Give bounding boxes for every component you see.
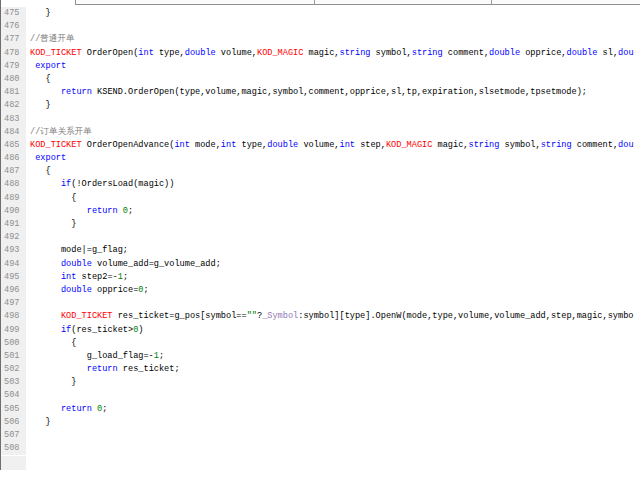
code-line[interactable] xyxy=(26,389,640,402)
code-token: ; xyxy=(159,351,164,361)
code-token: return xyxy=(61,404,92,414)
code-token: ; xyxy=(102,404,107,414)
code-line[interactable]: { xyxy=(26,73,640,86)
code-line[interactable]: KOD_TICKET OrderOpenAdvance(int mode,int… xyxy=(26,139,640,152)
line-number: 495 xyxy=(1,271,26,284)
code-token: //普通开单 xyxy=(30,34,75,44)
code-token: export xyxy=(35,61,66,71)
code-token: KSEND.OrderOpen(type,volume,magic,symbol… xyxy=(92,87,587,97)
code-line[interactable]: return 0; xyxy=(26,403,640,416)
code-token: OrderOpenAdvance( xyxy=(82,140,175,150)
line-number: 489 xyxy=(1,192,26,205)
code-token: volume, xyxy=(298,140,339,150)
code-token: "" xyxy=(247,311,257,321)
code-row: 482 } xyxy=(1,99,640,112)
code-token xyxy=(30,179,61,189)
code-line[interactable] xyxy=(26,20,640,33)
code-line[interactable] xyxy=(26,429,640,442)
code-token: if xyxy=(61,179,71,189)
code-token: (res_ticket> xyxy=(71,325,133,335)
code-token: res_ticket; xyxy=(118,364,180,374)
code-token xyxy=(30,272,61,282)
code-line[interactable]: //订单关系开单 xyxy=(26,126,640,139)
code-line[interactable]: KOD_TICKET res_ticket=g_pos[symbol==""?_… xyxy=(26,310,640,323)
code-line[interactable] xyxy=(26,231,640,244)
code-token: export xyxy=(35,153,66,163)
code-row: 505 return 0; xyxy=(1,403,640,416)
code-line[interactable]: export xyxy=(26,60,640,73)
line-number: 493 xyxy=(1,244,26,257)
code-line[interactable]: mode|=g_flag; xyxy=(26,244,640,257)
code-token: if xyxy=(61,325,71,335)
code-row: 497 xyxy=(1,297,640,310)
code-line[interactable]: { xyxy=(26,192,640,205)
code-token: opprice= xyxy=(92,285,138,295)
code-token: double xyxy=(267,140,298,150)
code-line[interactable]: return KSEND.OrderOpen(type,volume,magic… xyxy=(26,86,640,99)
code-token: string xyxy=(468,140,499,150)
code-token: comment, xyxy=(572,140,618,150)
code-row: 506 } xyxy=(1,416,640,429)
code-token: string xyxy=(541,140,572,150)
code-token: magic, xyxy=(432,140,468,150)
code-token: KOD_TICKET xyxy=(61,311,113,321)
code-token: return xyxy=(61,87,92,97)
code-row: 507 xyxy=(1,429,640,442)
code-token: string xyxy=(412,48,443,58)
code-line[interactable]: double volume_add=g_volume_add; xyxy=(26,258,640,271)
code-row: 493 mode|=g_flag; xyxy=(1,244,640,257)
code-line[interactable]: g_load_flag=-1; xyxy=(26,350,640,363)
code-line[interactable]: if(!OrdersLoad(magic)) xyxy=(26,178,640,191)
line-number: 478 xyxy=(1,47,26,60)
code-line[interactable]: int step2=-1; xyxy=(26,271,640,284)
code-line[interactable]: return 0; xyxy=(26,205,640,218)
code-line[interactable]: if(res_ticket>0) xyxy=(26,324,640,337)
code-token: return xyxy=(87,206,118,216)
tab-separator xyxy=(314,0,315,5)
code-token: { xyxy=(30,338,76,348)
code-line[interactable]: double opprice=0; xyxy=(26,284,640,297)
code-token xyxy=(30,364,87,374)
code-line[interactable]: } xyxy=(26,416,640,429)
line-number: 477 xyxy=(1,33,26,46)
code-line[interactable]: } xyxy=(26,376,640,389)
code-token: dou xyxy=(618,48,633,58)
code-token: double xyxy=(61,259,92,269)
code-token: OrderOpen( xyxy=(82,48,139,58)
code-line[interactable]: { xyxy=(26,165,640,178)
code-row: 479 export xyxy=(1,60,640,73)
line-number: 480 xyxy=(1,73,26,86)
gutter-extension xyxy=(1,456,26,470)
code-line[interactable]: export xyxy=(26,152,640,165)
code-token: } xyxy=(30,8,51,18)
line-number: 494 xyxy=(1,258,26,271)
code-line[interactable]: } xyxy=(26,7,640,20)
code-row: 477//普通开单 xyxy=(1,33,640,46)
code-token: { xyxy=(30,166,51,176)
code-token: } xyxy=(30,417,51,427)
code-line[interactable]: } xyxy=(26,218,640,231)
code-token: volume, xyxy=(216,48,257,58)
tab-bar-remnant[interactable] xyxy=(75,0,640,5)
code-line[interactable]: } xyxy=(26,99,640,112)
code-row: 489 { xyxy=(1,192,640,205)
code-line[interactable] xyxy=(26,297,640,310)
code-token xyxy=(30,325,61,335)
line-number: 505 xyxy=(1,403,26,416)
code-token: :symbol][type].OpenW(mode,type,volume,vo… xyxy=(298,311,633,321)
code-line[interactable]: KOD_TICKET OrderOpen(int type,double vol… xyxy=(26,47,640,60)
code-line[interactable]: { xyxy=(26,337,640,350)
code-token xyxy=(30,285,61,295)
code-row: 492 xyxy=(1,231,640,244)
code-line[interactable] xyxy=(26,113,640,126)
code-row: 500 { xyxy=(1,337,640,350)
line-number: 487 xyxy=(1,165,26,178)
code-line[interactable]: //普通开单 xyxy=(26,33,640,46)
code-line[interactable] xyxy=(26,442,640,455)
code-row: 508 xyxy=(1,442,640,455)
line-number: 506 xyxy=(1,416,26,429)
code-token: (!OrdersLoad(magic)) xyxy=(71,179,174,189)
code-editor[interactable]: 475 }476477//普通开单478KOD_TICKET OrderOpen… xyxy=(1,7,640,455)
code-line[interactable]: return res_ticket; xyxy=(26,363,640,376)
code-token: type, xyxy=(154,48,185,58)
